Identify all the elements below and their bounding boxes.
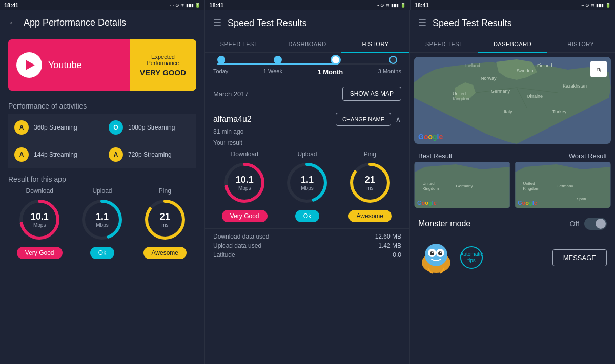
panel-1-title: App Performance Details	[24, 17, 126, 28]
result-download-pill: Very Good	[222, 210, 268, 222]
chevron-up-icon[interactable]: ∧	[395, 115, 401, 124]
result-user-row: alfama4u2 CHANGE NAME ∧	[213, 113, 401, 126]
activity-label-360p: 360p Streaming	[34, 124, 77, 131]
best-worst-labels: Best Result Worst Result	[410, 148, 615, 162]
youtube-card: Youtube Expected Performance VERY GOOD	[8, 39, 196, 91]
svg-text:Kingdom: Kingdom	[523, 186, 540, 191]
change-name-button[interactable]: CHANGE NAME	[336, 113, 391, 126]
svg-text:United: United	[423, 181, 435, 186]
result-ping: Ping 21 ms Awesome	[347, 151, 393, 222]
tab-dashboard-2[interactable]: DASHBOARD	[273, 36, 341, 52]
tab-speed-test-2[interactable]: SPEED TEST	[205, 36, 273, 52]
tab-speed-test-3[interactable]: SPEED TEST	[410, 36, 478, 52]
youtube-left: Youtube	[8, 39, 130, 91]
panel-3-title: Speed Test Results	[433, 18, 512, 29]
download-gauge: 10.1 Mbps	[16, 197, 63, 243]
map-container[interactable]: United Kingdom Norway Sweden Finland Ger…	[414, 57, 611, 144]
youtube-play-icon	[26, 60, 35, 70]
status-bar-2: 18:41 ··· ⊙ ≋ ▮▮▮ 🔋	[205, 0, 410, 10]
svg-text:United: United	[523, 181, 535, 186]
time-2: 18:41	[209, 2, 223, 8]
panel-1-header: ← App Performance Details	[0, 10, 204, 35]
panel1-metrics: Download 10.1 Mbps Very Good Upload	[0, 187, 204, 259]
svg-text:Kingdom: Kingdom	[423, 186, 439, 191]
ping-label: Ping	[159, 187, 171, 195]
upload-data-value: 1.42 MB	[378, 242, 401, 249]
result-upload: Upload 1.1 Mbps Ok	[284, 151, 330, 222]
back-button[interactable]: ←	[8, 17, 17, 28]
latitude-row: Latitude 0.0	[213, 251, 401, 259]
panels: ← App Performance Details Youtube Expect…	[0, 10, 615, 364]
timeline-dot-today[interactable]	[217, 56, 225, 64]
timeline-dot-week[interactable]	[274, 56, 282, 64]
status-bars: 18:41 ··· ⊙ ≋ ▮▮▮ 🔋 18:41 ··· ⊙ ≋ ▮▮▮ 🔋 …	[0, 0, 615, 10]
panel-3-header: ☰ Speed Test Results	[410, 10, 615, 36]
toggle-knob	[596, 219, 606, 229]
monster-avatar	[418, 240, 454, 275]
google-logo-worst: Google	[518, 200, 537, 206]
monster-mode-toggle[interactable]	[584, 218, 607, 230]
timeline-dot-month[interactable]	[331, 55, 341, 65]
result-card: alfama4u2 CHANGE NAME ∧ 31 min ago Your …	[205, 106, 409, 228]
activity-label-144p: 144p Streaming	[34, 151, 77, 158]
monster-mode-status: Off	[570, 220, 579, 228]
activity-badge-1080p: O	[109, 120, 123, 135]
svg-text:Finland: Finland	[537, 63, 552, 68]
history-date-row: March 2017 SHOW AS MAP	[205, 81, 409, 106]
svg-text:Germany: Germany	[557, 184, 573, 188]
tab-dashboard-3[interactable]: DASHBOARD	[478, 36, 546, 52]
svg-text:Kazakhstan: Kazakhstan	[563, 83, 587, 89]
metric-download: Download 10.1 Mbps Very Good	[16, 187, 63, 259]
result-username: alfama4u2	[213, 115, 252, 124]
metric-ping: Ping 21 ms Awesome	[142, 187, 188, 259]
latitude-label: Latitude	[213, 251, 235, 259]
show-map-button[interactable]: SHOW AS MAP	[342, 87, 401, 101]
result-actions: CHANGE NAME ∧	[336, 113, 401, 126]
panel-app-performance: ← App Performance Details Youtube Expect…	[0, 10, 205, 364]
tab-history-3[interactable]: HISTORY	[547, 36, 615, 52]
menu-icon-2[interactable]: ☰	[213, 17, 221, 29]
panel-2-title: Speed Test Results	[228, 18, 307, 29]
ping-gauge: 21 ms	[142, 197, 188, 243]
activity-1080p: O 1080p Streaming	[102, 114, 196, 141]
data-used-section: Download data used 12.60 MB Upload data …	[205, 228, 409, 265]
svg-text:Kingdom: Kingdom	[453, 96, 471, 101]
youtube-app-name: Youtube	[48, 60, 81, 71]
tab-history-2[interactable]: HISTORY	[341, 36, 409, 52]
menu-icon-3[interactable]: ☰	[418, 17, 426, 29]
message-button[interactable]: MESSAGE	[552, 249, 607, 266]
download-pill: Very Good	[17, 247, 63, 259]
activity-720p: A 720p Streaming	[102, 141, 196, 168]
upload-label: Upload	[92, 187, 112, 195]
result-ping-gauge: 21 ms	[347, 160, 393, 206]
svg-text:Germany: Germany	[456, 184, 473, 188]
upload-data-row: Upload data used 1.42 MB	[213, 242, 401, 249]
tl-label-today: Today	[213, 68, 228, 76]
panel2-result-metrics: Download 10.1 Mbps Very Good	[213, 151, 401, 222]
monster-mode-label: Monster mode	[418, 219, 470, 228]
upload-unit: Mbps	[96, 222, 109, 228]
worst-result-map[interactable]: United Kingdom Germany Spain Google	[515, 162, 611, 208]
ping-unit: ms	[160, 222, 170, 228]
activity-label-1080p: 1080p Streaming	[128, 124, 175, 131]
download-data-row: Download data used 12.60 MB	[213, 233, 401, 240]
icons-3: ··· ⊙ ≋ ▮▮▮ 🔋	[580, 3, 611, 8]
timeline-dot-3months[interactable]	[389, 56, 397, 64]
expected-rating: VERY GOOD	[140, 68, 186, 77]
panel3-tabs: SPEED TEST DASHBOARD HISTORY	[410, 36, 615, 53]
svg-point-42	[432, 252, 434, 253]
result-upload-pill: Ok	[295, 210, 319, 222]
map-location-button[interactable]: ⍝	[590, 61, 607, 77]
svg-text:Spain: Spain	[577, 197, 586, 201]
ping-value: 21	[160, 211, 170, 222]
upload-data-label: Upload data used	[213, 242, 261, 249]
ping-pill: Awesome	[144, 247, 187, 259]
best-result-map[interactable]: United Kingdom Germany Google	[414, 162, 510, 208]
panel-2-header: ☰ Speed Test Results	[205, 10, 409, 36]
timeline-track	[217, 63, 397, 65]
svg-text:Iceland: Iceland	[465, 63, 480, 68]
status-bar-1: 18:41 ··· ⊙ ≋ ▮▮▮ 🔋	[0, 0, 205, 10]
history-date: March 2017	[213, 90, 249, 98]
result-upload-value: 1.1	[301, 175, 314, 185]
upload-pill: Ok	[90, 247, 114, 259]
